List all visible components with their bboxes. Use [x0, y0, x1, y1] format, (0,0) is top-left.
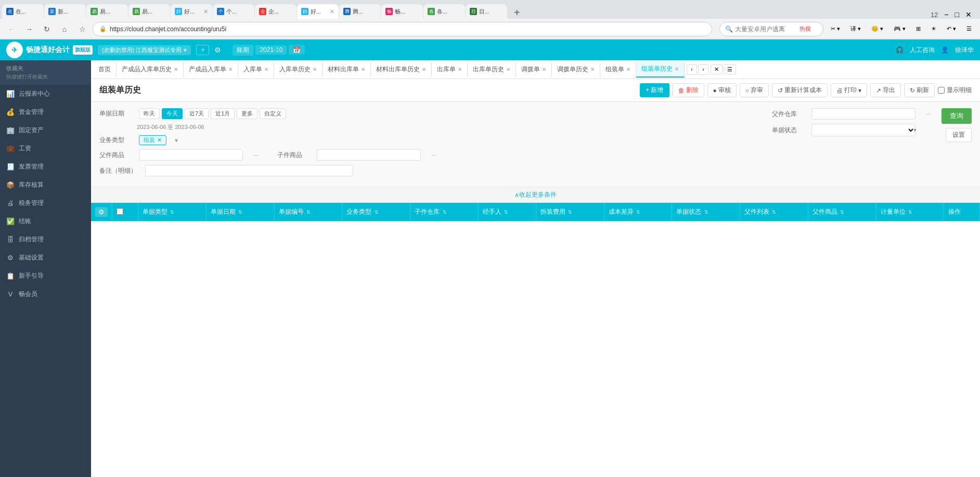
sidebar-item-guide[interactable]: 📋 新手引导	[0, 267, 91, 285]
add-company-btn[interactable]: +	[196, 45, 209, 55]
parent-warehouse-more[interactable]: ···	[926, 110, 931, 118]
refresh-button[interactable]: ↻ 刷新	[904, 83, 935, 97]
tab-scroll-left[interactable]: ‹	[687, 65, 697, 75]
export-button[interactable]: ↗ 导出	[870, 83, 901, 97]
sidebar-item-cloud-report[interactable]: 📊 云报表中心	[0, 85, 91, 103]
emoji-btn[interactable]: 😊 ▾	[867, 22, 887, 36]
main-tab-2-close[interactable]: ✕	[228, 67, 233, 72]
main-tab-4[interactable]: 入库单历史 ✕	[274, 62, 323, 77]
user-service-label[interactable]: 人工咨询	[910, 46, 935, 55]
minimize-button[interactable]: −	[944, 10, 948, 19]
period-selector[interactable]: 账期 2021-10 📅	[233, 45, 305, 56]
search-input[interactable]	[735, 25, 797, 33]
sidebar-item-vip[interactable]: V 畅会员	[0, 285, 91, 303]
notes-input[interactable]	[145, 165, 353, 176]
sun-btn[interactable]: ☀	[927, 22, 940, 36]
parent-warehouse-input[interactable]	[811, 108, 915, 120]
table-checkbox-th[interactable]	[112, 203, 138, 221]
maximize-button[interactable]: □	[955, 10, 959, 19]
table-settings-th[interactable]: ⚙	[91, 203, 112, 221]
collapse-bar[interactable]: ∧ 收起更多条件	[91, 187, 980, 203]
main-tab-3[interactable]: 入库单 ✕	[238, 62, 274, 77]
browser-tab-10[interactable]: 各 各...	[423, 4, 465, 19]
main-tab-11[interactable]: 组装单 ✕	[600, 62, 636, 77]
main-tab-5-close[interactable]: ✕	[361, 67, 365, 72]
col-status[interactable]: 单据状态 ⇅	[672, 203, 740, 221]
browser-search-bar[interactable]: 🔍 热搜	[719, 22, 823, 36]
add-button[interactable]: + 新增	[640, 83, 669, 97]
tab-close-4[interactable]: ✕	[203, 8, 208, 15]
print-button[interactable]: 🖨 打印 ▾	[831, 83, 867, 97]
tab-options-btn[interactable]: ☰	[724, 65, 736, 74]
main-tab-3-close[interactable]: ✕	[264, 67, 268, 72]
hot-search-label[interactable]: 热搜	[800, 25, 811, 33]
game-btn[interactable]: 🎮 ▾	[889, 22, 910, 36]
browser-tab-1[interactable]: 新 新...	[44, 4, 86, 19]
abandon-button[interactable]: ○ 弃审	[740, 83, 769, 97]
reload-button[interactable]: ↻	[40, 22, 54, 36]
main-tab-2[interactable]: 产成品入库单 ✕	[184, 62, 238, 77]
show-detail-checkbox[interactable]: 显示明细	[938, 86, 972, 95]
tab-close-7[interactable]: ✕	[330, 8, 334, 15]
main-tab-9[interactable]: 调拨单 ✕	[516, 62, 552, 77]
sidebar-item-tax[interactable]: 🖨 税务管理	[0, 194, 91, 212]
browser-tab-0[interactable]: 在 在...	[2, 4, 44, 19]
sidebar-item-checkout[interactable]: ✅ 结账	[0, 212, 91, 230]
select-all-checkbox[interactable]	[117, 208, 123, 215]
new-tab-button[interactable]: +	[510, 7, 524, 19]
forward-button[interactable]: →	[22, 22, 36, 36]
col-number[interactable]: 单据编号 ⇅	[274, 203, 342, 221]
col-cost-diff[interactable]: 成本差异 ⇅	[604, 203, 672, 221]
main-tab-5[interactable]: 材料出库单 ✕	[323, 62, 371, 77]
col-parent-list[interactable]: 父件列表 ⇅	[740, 203, 808, 221]
browser-tab-2[interactable]: 易 易...	[86, 4, 128, 19]
main-tab-8-close[interactable]: ✕	[506, 67, 510, 72]
sidebar-item-settings[interactable]: ⚙ 基础设置	[0, 249, 91, 267]
main-tab-12-close[interactable]: ✕	[675, 66, 679, 72]
browser-tab-11[interactable]: 目 目...	[466, 4, 507, 19]
main-tab-7[interactable]: 出库单 ✕	[432, 62, 468, 77]
review-button[interactable]: ● 审核	[707, 83, 737, 97]
sidebar-item-inventory[interactable]: 📦 库存核算	[0, 176, 91, 194]
browser-tab-7[interactable]: 好 好... ✕	[297, 4, 339, 19]
browser-tab-6[interactable]: 企 企...	[255, 4, 296, 19]
date-btn-more[interactable]: 更多	[237, 108, 257, 119]
browser-tab-5[interactable]: 个 个...	[213, 4, 254, 19]
date-btn-7days[interactable]: 近7天	[185, 108, 209, 119]
scissors-btn[interactable]: ✂ ▾	[827, 22, 844, 36]
undo-btn[interactable]: ↶ ▾	[943, 22, 960, 36]
back-button[interactable]: ←	[4, 22, 19, 36]
col-type[interactable]: 单据类型 ⇅	[138, 203, 207, 221]
col-parent-product[interactable]: 父件商品 ⇅	[808, 203, 876, 221]
business-type-dropdown[interactable]: ▾	[175, 137, 178, 144]
browser-tab-8[interactable]: 腾 腾...	[339, 4, 381, 19]
browser-tab-4[interactable]: 好 好... ✕	[171, 4, 212, 19]
recalculate-button[interactable]: ↺ 重新计算成本	[772, 83, 828, 97]
main-tab-10-close[interactable]: ✕	[590, 67, 595, 72]
browser-tab-3[interactable]: 易 易...	[128, 4, 170, 19]
date-btn-today[interactable]: 今天	[162, 108, 183, 119]
date-btn-yesterday[interactable]: 昨天	[139, 108, 160, 119]
translate-btn[interactable]: 译 ▾	[846, 22, 865, 36]
browser-tab-9[interactable]: 畅 畅...	[381, 4, 423, 19]
username[interactable]: 徐泽华	[955, 46, 974, 55]
col-subwarehouse[interactable]: 子件仓库 ⇅	[410, 203, 479, 221]
bookmark-button[interactable]: ☆	[75, 22, 89, 36]
company-selector[interactable]: (勿删勿禁用) 江西服宝测试专用 ▾	[98, 45, 191, 55]
home-button[interactable]: ⌂	[57, 22, 72, 36]
settings-btn-header[interactable]: ⚙	[214, 46, 221, 54]
order-status-select[interactable]	[811, 124, 915, 136]
main-tab-7-close[interactable]: ✕	[458, 67, 462, 72]
parent-product-more[interactable]: ···	[253, 151, 259, 159]
tab-scroll-right[interactable]: ›	[698, 65, 708, 75]
main-tab-4-close[interactable]: ✕	[313, 67, 317, 72]
col-cost[interactable]: 拆装费用 ⇅	[536, 203, 604, 221]
grid-btn[interactable]: ⊞	[912, 22, 925, 36]
menu-btn[interactable]: ☰	[962, 22, 976, 36]
sidebar-item-fixed-assets[interactable]: 🏢 固定资产	[0, 121, 91, 139]
query-button[interactable]: 查询	[942, 108, 972, 124]
sidebar-item-fund[interactable]: 💰 资金管理	[0, 103, 91, 121]
col-unit[interactable]: 计量单位 ⇅	[876, 203, 944, 221]
sidebar-item-invoice[interactable]: 🧾 发票管理	[0, 158, 91, 176]
sidebar-item-archive[interactable]: 🗄 归档管理	[0, 230, 91, 249]
